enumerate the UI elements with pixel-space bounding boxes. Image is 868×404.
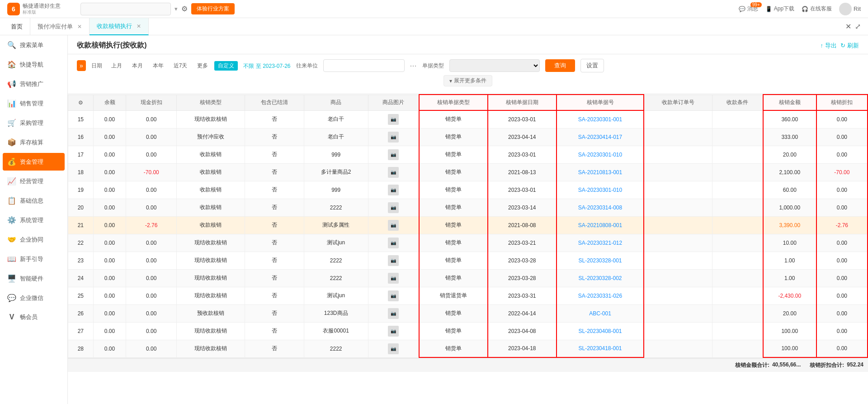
cell-id: 21	[68, 216, 94, 234]
sidebar-item-member[interactable]: V 畅会员	[0, 308, 67, 327]
date-this-year[interactable]: 本年	[149, 61, 167, 71]
page-header: 收款核销执行(按收款) ↑ 导出 ↻ 刷新	[68, 35, 868, 54]
sidebar-item-basic[interactable]: 📋 基础信息	[0, 191, 67, 210]
sidebar-item-inventory[interactable]: 📦 库存核算	[0, 133, 67, 152]
cell-type: 现结收款核销	[177, 234, 245, 252]
gear-icon[interactable]: ⚙	[181, 5, 188, 13]
col-bill-no: 核销单据号	[557, 95, 644, 110]
guide-icon: 📖	[7, 255, 16, 263]
headset-icon: 🎧	[802, 6, 808, 12]
cell-bill-no[interactable]: ABC-001	[557, 304, 644, 322]
col-settings[interactable]: ⚙	[68, 95, 94, 110]
cell-bill-type: 销货单	[419, 322, 488, 340]
cell-type: 预收款核销	[177, 304, 245, 322]
cell-receipt-cond	[712, 146, 763, 163]
sidebar-item-finance[interactable]: 💰 资金管理	[3, 153, 65, 171]
sidebar-item-operation[interactable]: 📈 经营管理	[0, 171, 67, 191]
date-custom[interactable]: 自定义	[214, 61, 238, 71]
cell-bill-no[interactable]: SL-20230408-001	[557, 322, 644, 340]
refresh-button[interactable]: ↻ 刷新	[840, 42, 859, 50]
sidebar-item-purchase[interactable]: 🛒 采购管理	[0, 113, 67, 133]
cell-bill-no[interactable]: SA-20230321-012	[557, 234, 644, 252]
partner-input[interactable]	[323, 59, 405, 72]
messages-button[interactable]: 💬 消息 99+	[739, 5, 758, 13]
cell-receipt-cond	[712, 287, 763, 304]
cell-discount: -2.76	[816, 216, 868, 234]
date-last-month[interactable]: 上月	[108, 61, 126, 71]
cell-discount: 0.00	[816, 269, 868, 287]
collapse-btn[interactable]: »	[77, 60, 86, 71]
cell-bill-type: 销货单	[419, 181, 488, 199]
sidebar-item-search[interactable]: 🔍 搜索菜单	[0, 35, 67, 55]
cell-discount: 0.00	[816, 287, 868, 304]
user-menu[interactable]: Rit	[839, 3, 861, 15]
tab-home[interactable]: 首页	[4, 18, 30, 35]
cell-bill-no[interactable]: SL-20230328-001	[557, 252, 644, 269]
expand-row: ▾ 展开更多条件	[77, 72, 859, 89]
cell-bill-no[interactable]: SA-20230301-010	[557, 146, 644, 163]
sidebar-item-wechat[interactable]: 💬 企业微信	[0, 288, 67, 308]
date-range: 不限 至 2023-07-26	[243, 62, 290, 70]
cell-bill-no[interactable]: SA-20230301-010	[557, 181, 644, 199]
date-more[interactable]: 更多	[193, 61, 212, 71]
date-this-month[interactable]: 本月	[128, 61, 146, 71]
cell-id: 18	[68, 163, 94, 181]
finance-icon: 💰	[7, 157, 16, 166]
cell-receipt-cond	[712, 128, 763, 146]
cell-bill-no[interactable]: SA-20230301-001	[557, 110, 644, 128]
message-icon: 💬	[739, 6, 745, 12]
tab-receipt-close[interactable]: ✕	[137, 23, 141, 29]
cell-goods: 2222	[304, 199, 368, 216]
sidebar-item-nav[interactable]: 🏠 快捷导航	[0, 55, 67, 74]
sidebar-item-guide[interactable]: 📖 新手引导	[0, 249, 67, 269]
expand-button[interactable]: ▾ 展开更多条件	[443, 75, 492, 86]
cell-bill-no[interactable]: SL-20230418-001	[557, 340, 644, 357]
table-row: 16 0.00 0.00 预付冲应收 否 老白干 📷 销货单 2023-04-1…	[68, 128, 868, 146]
tab-prepay-close[interactable]: ✕	[77, 24, 82, 30]
cell-bill-no[interactable]: SL-20230328-002	[557, 269, 644, 287]
cell-cash-discount: 0.00	[126, 269, 177, 287]
tab-receipt[interactable]: 收款核销执行 ✕	[90, 18, 149, 35]
online-service-button[interactable]: 🎧 在线客服	[802, 5, 832, 13]
cell-receipt-order	[644, 252, 712, 269]
trial-button[interactable]: 体验行业方案	[191, 3, 235, 14]
sidebar-item-marketing[interactable]: 📢 营销推广	[0, 74, 67, 94]
app-download-button[interactable]: 📱 App下载	[765, 5, 794, 13]
cell-bill-no[interactable]: SA-20230314-008	[557, 199, 644, 216]
cell-bill-no[interactable]: SA-20230331-026	[557, 287, 644, 304]
cell-bill-no[interactable]: SA-20230414-017	[557, 128, 644, 146]
tab-prepay[interactable]: 预付冲应付单 ✕	[30, 18, 90, 35]
date-7days[interactable]: 近7天	[170, 61, 191, 71]
cell-goods: 999	[304, 146, 368, 163]
cell-cash-discount: 0.00	[126, 128, 177, 146]
partner-dots[interactable]: ···	[410, 61, 417, 71]
search-input[interactable]	[80, 3, 171, 15]
cell-goods: 老白干	[304, 128, 368, 146]
sidebar-item-system[interactable]: ⚙️ 系统管理	[0, 210, 67, 230]
cell-type: 现结收款核销	[177, 322, 245, 340]
table-footer: 核销金额合计: 40,556,66... 核销折扣合计: 952.24	[68, 358, 868, 372]
sidebar: 🔍 搜索菜单 🏠 快捷导航 📢 营销推广 📊 销售管理 🛒 采购管理 📦 库存核…	[0, 35, 68, 404]
cell-receipt-order	[644, 128, 712, 146]
operation-icon: 📈	[7, 177, 16, 185]
cell-bill-type: 销货单	[419, 304, 488, 322]
table-row: 28 0.00 0.00 现结收款核销 否 2222 📷 销货单 2023-04…	[68, 340, 868, 357]
sidebar-item-hardware[interactable]: 🖥️ 智能硬件	[0, 269, 67, 288]
system-icon: ⚙️	[7, 216, 16, 224]
expand-tab-icon[interactable]: ⤢	[855, 22, 861, 31]
tab-receipt-label: 收款核销执行	[97, 22, 132, 30]
sidebar-item-sales[interactable]: 📊 销售管理	[0, 94, 67, 113]
cell-bill-no[interactable]: SA-20210813-001	[557, 163, 644, 181]
cell-type: 现结收款核销	[177, 287, 245, 304]
cell-bill-no[interactable]: SA-20210808-001	[557, 216, 644, 234]
cell-amount: 100.00	[763, 322, 816, 340]
cell-type: 收款核销	[177, 199, 245, 216]
sidebar-item-collab[interactable]: 🤝 企业协同	[0, 230, 67, 249]
export-button[interactable]: ↑ 导出	[821, 42, 837, 50]
settings-button[interactable]: 设置	[580, 59, 604, 72]
dropdown-arrow-icon[interactable]: ▾	[175, 5, 178, 12]
bill-type-select[interactable]	[449, 59, 540, 72]
close-tab-icon[interactable]: ✕	[845, 22, 851, 31]
cell-receipt-order	[644, 110, 712, 128]
query-button[interactable]: 查询	[545, 59, 575, 72]
